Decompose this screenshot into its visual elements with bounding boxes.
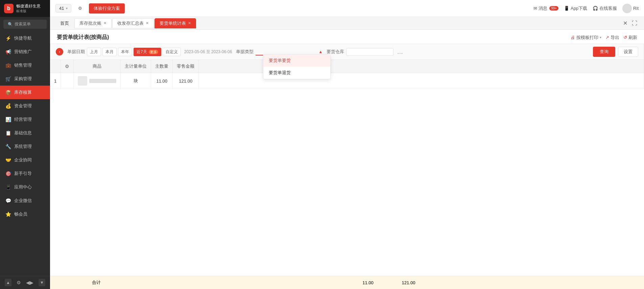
- sidebar-item-sales[interactable]: 💼 销售管理: [0, 59, 50, 72]
- sidebar-item-label: 基础信息: [14, 130, 32, 136]
- scroll-up-btn[interactable]: ▲: [5, 279, 11, 286]
- empty-cell: [61, 73, 74, 89]
- enterprise-icon: 🤝: [5, 157, 11, 163]
- sidebar-item-label: 企业协同: [14, 157, 32, 163]
- message-icon: ✉: [533, 6, 537, 11]
- batch-account-label: 库存批次账: [79, 20, 101, 26]
- export-button[interactable]: ↗ 导出: [605, 35, 619, 41]
- sidebar-item-wechat[interactable]: 💬 企业微信: [0, 194, 50, 207]
- search-icon: 🔍: [8, 22, 13, 27]
- data-table: ⚙ 商品 主计量单位 主数量 零售金额 1: [50, 60, 644, 89]
- inventory-icon: 📦: [5, 89, 11, 96]
- warehouse-filter-group: 要货仓库 …: [327, 48, 403, 56]
- maximize-icon[interactable]: ⛶: [630, 19, 639, 27]
- tab-home[interactable]: 首页: [55, 18, 74, 28]
- query-button[interactable]: 查询: [593, 47, 615, 57]
- sidebar-item-guide[interactable]: 🎯 新手引导: [0, 167, 50, 180]
- sidebar-item-label: 库存核算: [14, 89, 32, 95]
- tab-batch-account[interactable]: 库存批次账 ✕: [74, 18, 112, 28]
- base-info-icon: 📋: [5, 130, 11, 136]
- scroll-down-btn[interactable]: ▼: [39, 279, 45, 286]
- dropdown-item-order-return[interactable]: 要货单退货: [263, 67, 330, 79]
- type-filter-label: 单据类型: [236, 49, 254, 55]
- this-year-btn[interactable]: 本年: [118, 48, 132, 56]
- header-right: ✉ 消息 99+ 📱 App下载 🎧 在线客服 Rit: [533, 4, 639, 13]
- online-service-button[interactable]: 🎧 在线客服: [593, 5, 617, 12]
- collapse-sidebar-icon[interactable]: ◀▶: [26, 280, 33, 285]
- app-download-button[interactable]: 📱 App下载: [564, 5, 587, 12]
- warehouse-filter-input[interactable]: [346, 48, 393, 56]
- last-7-days-btn[interactable]: 近7天 更多: [134, 48, 161, 56]
- last-month-btn[interactable]: 上月: [87, 48, 101, 56]
- promo-button[interactable]: 体验行业方案: [89, 3, 125, 14]
- sidebar-item-members[interactable]: ⭐ 畅会员: [0, 207, 50, 221]
- purchase-icon: 🛒: [5, 75, 11, 82]
- filter-expand-button[interactable]: ›: [56, 48, 63, 55]
- chevron-down-icon: ▼: [40, 280, 44, 285]
- sidebar-item-app-center[interactable]: 📱 应用中心: [0, 180, 50, 194]
- header-left: 41 ▾ ⚙ 体验行业方案: [55, 3, 125, 14]
- chevron-up-icon: ▲: [6, 280, 10, 285]
- sidebar-item-label: 企业微信: [14, 198, 32, 204]
- sidebar-item-marketing[interactable]: 📢 营销推广: [0, 45, 50, 59]
- sidebar-item-system[interactable]: 🔧 系统管理: [0, 140, 50, 153]
- tab-close-icon[interactable]: ✕: [188, 21, 191, 25]
- guide-icon: 🎯: [5, 170, 11, 177]
- refresh-button[interactable]: ↺ 刷新: [623, 35, 637, 41]
- sidebar-item-base-info[interactable]: 📋 基础信息: [0, 126, 50, 140]
- sidebar-item-finance[interactable]: 💰 资金管理: [0, 99, 50, 113]
- username: Rit: [633, 6, 639, 11]
- messages-button[interactable]: ✉ 消息 99+: [533, 5, 558, 12]
- footer-quantity: 11.00: [362, 280, 374, 285]
- type-dropdown-chevron[interactable]: ▲: [318, 49, 323, 54]
- seq-column-header: [50, 60, 61, 73]
- print-icon: 🖨: [571, 35, 575, 40]
- sidebar-item-quick-nav[interactable]: ⚡ 快捷导航: [0, 31, 50, 45]
- sidebar-item-enterprise[interactable]: 🤝 企业协同: [0, 153, 50, 167]
- home-tab-label: 首页: [60, 20, 69, 26]
- date-filter-label: 单据日期: [67, 49, 85, 55]
- column-settings-icon[interactable]: ⚙: [65, 64, 69, 69]
- footer-label: 合计: [92, 280, 101, 285]
- main-content: 41 ▾ ⚙ 体验行业方案 ✉ 消息 99+ 📱 App下载 🎧 在线客服 R: [50, 0, 644, 289]
- print-button[interactable]: 🖨 按模板打印 ▾: [571, 35, 601, 41]
- sidebar-item-label: 销售管理: [14, 62, 32, 68]
- header-gear-button[interactable]: ⚙: [75, 4, 85, 13]
- sidebar-bottom: ▲ ⚙ ◀▶ ▼: [0, 276, 50, 289]
- quantity-cell: 11.00: [151, 73, 173, 89]
- sidebar-item-inventory[interactable]: 📦 库存核算: [0, 86, 50, 99]
- amount-cell: 121.00: [173, 73, 199, 89]
- close-tab-icon[interactable]: ✕: [621, 19, 629, 27]
- tab-receive-summary[interactable]: 收发存汇总表 ✕: [112, 18, 154, 28]
- page-header: 要货单统计表(按商品) 🖨 按模板打印 ▾ ↗ 导出 ↺ 刷新: [50, 30, 644, 44]
- this-month-btn[interactable]: 本月: [102, 48, 117, 56]
- sidebar-item-operations[interactable]: 📊 经营管理: [0, 113, 50, 126]
- marketing-icon: 📢: [5, 48, 11, 55]
- settings-icon[interactable]: ⚙: [17, 280, 21, 285]
- dropdown-item-label: 要货单要货: [269, 58, 291, 63]
- user-menu[interactable]: Rit: [622, 4, 639, 13]
- app-name: 畅捷通好生意: [16, 3, 41, 9]
- more-filters-icon[interactable]: …: [397, 48, 403, 55]
- unit-cell: 块: [121, 73, 151, 89]
- page-actions: 🖨 按模板打印 ▾ ↗ 导出 ↺ 刷新: [571, 35, 637, 41]
- sidebar-item-label: 资金管理: [14, 103, 32, 109]
- settings-column-header: ⚙: [61, 60, 74, 73]
- tab-order-stats[interactable]: 要货单统计表 ✕: [154, 18, 196, 28]
- sidebar-item-purchase[interactable]: 🛒 采购管理: [0, 72, 50, 86]
- tabs-bar: 首页 库存批次账 ✕ 收发存汇总表 ✕ 要货单统计表 ✕ ✕ ⛶: [50, 17, 644, 30]
- filter-settings-button[interactable]: 设置: [618, 47, 638, 57]
- export-icon: ↗: [605, 35, 609, 40]
- custom-date-btn[interactable]: 自定义: [163, 48, 181, 56]
- finance-icon: 💰: [5, 103, 11, 109]
- store-selector[interactable]: 41 ▾: [55, 4, 71, 13]
- chevron-down-icon: ▾: [66, 6, 68, 10]
- order-stats-label: 要货单统计表: [160, 20, 186, 26]
- receive-summary-label: 收发存汇总表: [117, 20, 144, 26]
- type-dropdown: 要货单要货 要货单退货: [263, 54, 331, 79]
- tab-close-icon[interactable]: ✕: [146, 21, 149, 25]
- dropdown-item-order-goods[interactable]: 要货单要货: [263, 54, 330, 67]
- tab-close-icon[interactable]: ✕: [103, 21, 106, 25]
- search-menu[interactable]: 🔍 搜索菜单: [3, 20, 47, 29]
- page-title: 要货单统计表(按商品): [57, 34, 109, 41]
